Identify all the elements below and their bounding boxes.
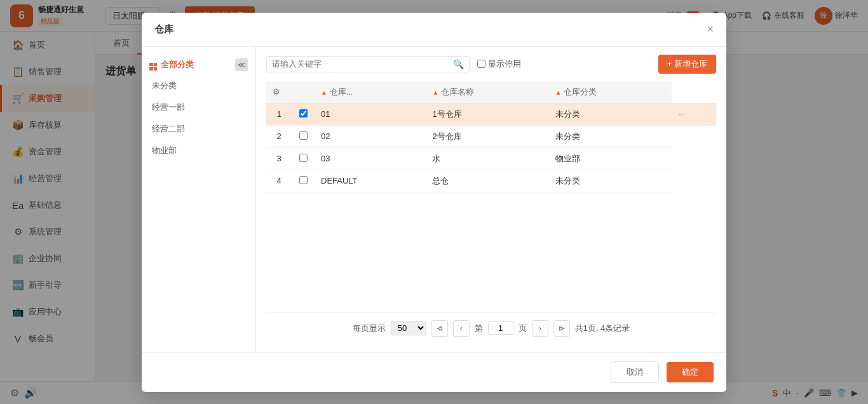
row-num: 1: [266, 103, 292, 125]
row-name: 1号仓库: [426, 103, 548, 125]
page-size-select: 50 20 100: [391, 321, 426, 335]
prev-page-btn[interactable]: ‹: [453, 320, 470, 337]
row-checkbox[interactable]: [292, 103, 315, 125]
row-category: 未分类: [549, 103, 672, 125]
next-page-btn[interactable]: ›: [532, 320, 548, 337]
table-row[interactable]: 4 DEFAULT 总仓 未分类: [266, 170, 716, 192]
table-container: ⚙ ▲ 仓库... ▲ 仓库名称 ▲ 仓库分类 1 01 1号仓库 未分类 ··…: [266, 81, 716, 309]
category-panel: 全部分类 ≪ 未分类经营一部经营二部物业部: [142, 47, 256, 352]
th-code: ▲ 仓库...: [315, 81, 426, 104]
add-warehouse-btn[interactable]: + 新增仓库: [658, 55, 716, 74]
modal-close-btn[interactable]: ×: [707, 23, 714, 36]
warehouse-modal: 仓库 × 全部分类 ≪ 未分类经营一部经营二部物业部: [142, 13, 726, 392]
confirm-btn[interactable]: 确定: [667, 362, 714, 382]
row-num: 2: [266, 125, 292, 147]
row-code: 03: [315, 147, 426, 170]
table-row[interactable]: 3 03 水 物业部: [266, 147, 716, 170]
row-name: 2号仓库: [426, 125, 548, 147]
th-gear: ⚙: [266, 81, 292, 104]
modal-body: 全部分类 ≪ 未分类经营一部经营二部物业部 🔍 显示停用: [142, 47, 726, 352]
row-code: 02: [315, 125, 426, 147]
category-item[interactable]: 未分类: [142, 75, 255, 97]
category-item[interactable]: 经营二部: [142, 118, 255, 140]
table-row[interactable]: 1 01 1号仓库 未分类 ···: [266, 103, 716, 125]
row-checkbox[interactable]: [292, 170, 315, 192]
page-number-input[interactable]: [488, 321, 513, 335]
show-disabled-checkbox[interactable]: [477, 60, 485, 68]
row-name: 水: [426, 147, 548, 170]
search-input[interactable]: [272, 59, 453, 69]
search-box: 🔍: [266, 56, 470, 72]
th-check: [292, 81, 315, 104]
modal-header: 仓库 ×: [142, 13, 726, 47]
modal-footer: 取消 确定: [142, 352, 726, 392]
row-category: 物业部: [549, 147, 672, 170]
row-name: 总仓: [426, 170, 548, 192]
row-checkbox[interactable]: [292, 147, 315, 170]
pagination: 每页显示 50 20 100 ⊲ ‹ 第 页 › ⊳ 共1: [266, 312, 716, 344]
row-checkbox[interactable]: [292, 125, 315, 147]
th-name: ▲ 仓库名称: [426, 81, 548, 104]
row-code: 01: [315, 103, 426, 125]
table-header-row: ⚙ ▲ 仓库... ▲ 仓库名称 ▲ 仓库分类: [266, 81, 716, 104]
category-header: 全部分类 ≪: [142, 55, 255, 75]
row-actions[interactable]: ···: [672, 103, 716, 125]
row-code: DEFAULT: [315, 170, 426, 192]
grid-icon: [149, 58, 157, 71]
cancel-btn[interactable]: 取消: [611, 361, 659, 383]
table-toolbar: 🔍 显示停用 + 新增仓库: [266, 55, 716, 74]
modal-overlay: 仓库 × 全部分类 ≪ 未分类经营一部经营二部物业部: [0, 0, 868, 404]
modal-title: 仓库: [154, 24, 173, 36]
row-category: 未分类: [549, 125, 672, 147]
first-page-btn[interactable]: ⊲: [431, 320, 448, 337]
total-info: 共1页, 4条记录: [575, 323, 630, 334]
row-category: 未分类: [549, 170, 672, 192]
search-icon[interactable]: 🔍: [453, 59, 464, 69]
all-category-btn[interactable]: 全部分类: [149, 58, 194, 71]
row-num: 4: [266, 170, 292, 192]
warehouse-table: ⚙ ▲ 仓库... ▲ 仓库名称 ▲ 仓库分类 1 01 1号仓库 未分类 ··…: [266, 81, 716, 192]
category-item[interactable]: 经营一部: [142, 97, 255, 118]
table-panel: 🔍 显示停用 + 新增仓库 ⚙: [256, 47, 726, 352]
th-category: ▲ 仓库分类: [549, 81, 672, 104]
last-page-btn[interactable]: ⊳: [553, 320, 570, 337]
collapse-btn[interactable]: ≪: [235, 58, 248, 71]
category-item[interactable]: 物业部: [142, 140, 255, 161]
table-row[interactable]: 2 02 2号仓库 未分类: [266, 125, 716, 147]
per-page-dropdown[interactable]: 50 20 100: [391, 321, 426, 335]
row-num: 3: [266, 147, 292, 170]
show-disabled-toggle[interactable]: 显示停用: [477, 58, 521, 70]
